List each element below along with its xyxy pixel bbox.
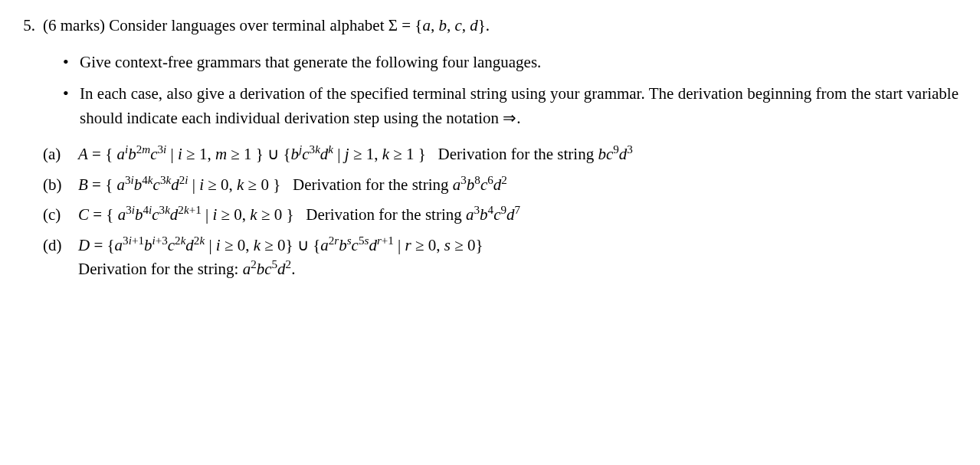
set-D-name: D [78,236,90,254]
union-D: ∪ [297,236,313,254]
deriv-a-string: bc9d3 [598,145,632,163]
set-A-name: A [78,145,88,163]
problem-5: 5. (6 marks) Consider languages over ter… [6,14,959,288]
setD1-expr: a3i+1bi+3c2kd2k [115,236,205,254]
part-b: (b) B = { a3ib4kc3kd2i | i ≥ 0, k ≥ 0 } … [43,173,959,198]
derivation-arrow: ⇒ [503,109,516,127]
setB-expr: a3ib4kc3kd2i [117,175,188,194]
bullet-2-text: In each case, also give a derivation of … [80,84,959,127]
stem-text: Consider languages over terminal alphabe… [109,16,388,34]
part-d: (d) D = {a3i+1bi+3c2kd2k | i ≥ 0, k ≥ 0}… [43,234,959,282]
setC-expr: a3ib4ic3kd2k+1 [118,205,202,224]
part-c-body: C = { a3ib4ic3kd2k+1 | i ≥ 0, k ≥ 0 } De… [78,203,959,228]
part-b-label: (b) [43,173,69,198]
problem-stem: (6 marks) Consider languages over termin… [43,14,959,38]
part-b-body: B = { a3ib4kc3kd2i | i ≥ 0, k ≥ 0 } Deri… [78,173,959,198]
part-c-label: (c) [43,203,69,228]
bullet-1-text: Give context-free grammars that generate… [80,53,541,71]
bullet-1: Give context-free grammars that generate… [63,51,959,75]
deriv-c-string: a3b4c9d7 [466,205,520,224]
union-A: ∪ [267,145,283,163]
part-a-body: A = { aib2mc3i | i ≥ 1, m ≥ 1 } ∪ {bjc3k… [78,142,959,167]
deriv-b-string: a3b8c6d2 [453,175,507,194]
marks-label: (6 marks) [43,16,105,34]
set-B-name: B [78,175,88,194]
deriv-b-label: Derivation for the string [293,175,453,194]
setA1-open: { [105,145,116,163]
sigma-close: }. [478,16,490,34]
problem-number: 5. [6,14,35,288]
bullet-2: In each case, also give a derivation of … [63,82,959,130]
setA1-expr: aib2mc3i [117,145,167,163]
deriv-d-string: a2bc5d2 [243,260,292,278]
part-d-label: (d) [43,234,69,282]
setA2-expr: bjc3kdk [291,145,334,163]
problem-body: (6 marks) Consider languages over termin… [43,14,959,288]
deriv-d-label: Derivation for the string: [78,260,243,278]
alphabet: a, b, c, d [422,16,477,34]
set-C-name: C [78,205,89,224]
part-c: (c) C = { a3ib4ic3kd2k+1 | i ≥ 0, k ≥ 0 … [43,203,959,228]
sigma-eq: Σ = { [388,16,423,34]
part-a-label: (a) [43,142,69,167]
part-a: (a) A = { aib2mc3i | i ≥ 1, m ≥ 1 } ∪ {b… [43,142,959,167]
deriv-c-label: Derivation for the string [306,205,466,224]
deriv-a-label: Derivation for the string [438,145,598,163]
task-bullets: Give context-free grammars that generate… [63,51,959,131]
setD2-expr: a2rbsc5sdr+1 [320,236,394,254]
parts-list: (a) A = { aib2mc3i | i ≥ 1, m ≥ 1 } ∪ {b… [43,142,959,282]
part-d-body: D = {a3i+1bi+3c2kd2k | i ≥ 0, k ≥ 0} ∪ {… [78,234,959,282]
